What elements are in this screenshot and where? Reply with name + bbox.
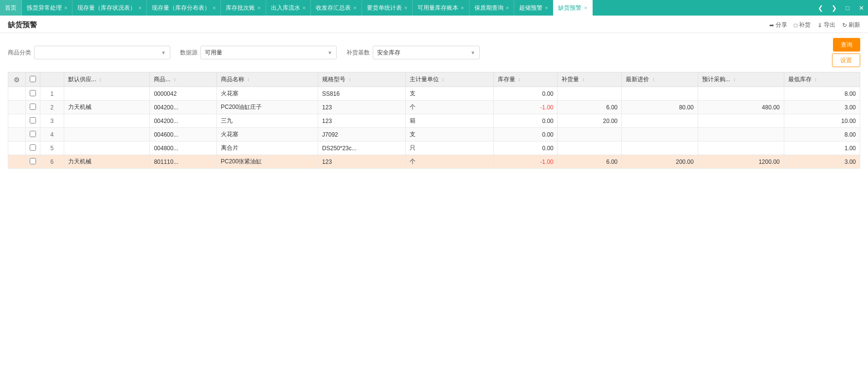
- col-latest-price-sort-icon: ↕: [652, 77, 655, 82]
- tab-inout[interactable]: 出入库流水 ×: [266, 0, 311, 16]
- tab-close-order-stats[interactable]: ×: [404, 5, 407, 11]
- row-replenish: 20.00: [558, 114, 622, 128]
- tab-summary[interactable]: 收发存汇总表 ×: [311, 0, 362, 16]
- export-action[interactable]: ⇓ 导出: [817, 21, 835, 29]
- tab-close-inventory-dist[interactable]: ×: [213, 5, 216, 11]
- select-all-checkbox[interactable]: [30, 76, 36, 82]
- tab-close-all-btn[interactable]: ✕: [854, 0, 868, 16]
- refresh-icon: ↻: [842, 22, 847, 29]
- row-est-purchase: [698, 141, 784, 155]
- col-rownum: [40, 72, 64, 87]
- row-supplier: [64, 87, 150, 101]
- row-goods-name: PC200油缸庄子: [217, 101, 318, 114]
- row-checkbox[interactable]: [30, 104, 36, 110]
- row-supplier: 力天机械: [64, 155, 150, 169]
- header-actions: ➦ 分享 □ 补货 ⇓ 导出 ↻ 刷新: [769, 21, 860, 29]
- tab-inventory-dist[interactable]: 现存量（库存分布表） ×: [147, 0, 221, 16]
- col-unit: 主计量单位 ↕: [405, 72, 493, 87]
- row-checkbox-cell: [26, 128, 40, 141]
- row-unit: 个: [405, 155, 493, 169]
- datasource-select[interactable]: 可用量 ▼: [200, 46, 337, 59]
- row-stock: -1.00: [493, 101, 558, 114]
- tab-close-overstock[interactable]: ×: [545, 5, 548, 11]
- row-checkbox-cell: [26, 114, 40, 128]
- tab-close-summary[interactable]: ×: [353, 5, 356, 11]
- page-container: 缺货预警 ➦ 分享 □ 补货 ⇓ 导出 ↻ 刷新 商品分类: [0, 16, 868, 387]
- row-replenish: 6.00: [558, 155, 622, 169]
- settings-button[interactable]: 设置: [832, 53, 860, 67]
- row-num: 2: [40, 101, 64, 114]
- tab-picking[interactable]: 拣货异常处理 ×: [22, 0, 72, 16]
- table-body: 1 0000042 火花塞 SS816 支 0.00 8.00 2 力天机械 0…: [8, 87, 860, 169]
- row-unit: 支: [405, 87, 493, 101]
- row-checkbox[interactable]: [30, 117, 36, 123]
- tab-available[interactable]: 可用量库存账本 ×: [413, 0, 469, 16]
- row-latest-price: [622, 141, 698, 155]
- row-min-stock: 3.00: [784, 101, 860, 114]
- row-stock: -1.00: [493, 155, 558, 169]
- row-spec: SS816: [318, 87, 406, 101]
- row-min-stock: 8.00: [784, 128, 860, 141]
- row-goods-name: 三九: [217, 114, 318, 128]
- tab-close-available[interactable]: ×: [461, 5, 464, 11]
- replenish-action[interactable]: □ 补货: [794, 21, 811, 29]
- page-title: 缺货预警: [8, 20, 37, 30]
- table-row[interactable]: 1 0000042 火花塞 SS816 支 0.00 8.00: [8, 87, 860, 101]
- table-row[interactable]: 5 004800... 离合片 DS250*23c... 只 0.00 1.00: [8, 141, 860, 155]
- tab-close-inventory-status[interactable]: ×: [138, 5, 141, 11]
- tab-close-batch[interactable]: ×: [257, 5, 260, 11]
- row-checkbox[interactable]: [30, 158, 36, 164]
- table-row[interactable]: 4 004600... 火花塞 J7092 支 0.00 8.00: [8, 128, 860, 141]
- col-stock-label: 库存量: [498, 76, 515, 83]
- tab-home[interactable]: 首页: [0, 0, 22, 16]
- tab-expiry[interactable]: 保质期查询 ×: [470, 0, 514, 16]
- row-checkbox-cell: [26, 101, 40, 114]
- tab-inventory-status[interactable]: 现存量（库存状况表） ×: [72, 0, 146, 16]
- col-est-purchase-sort-icon: ↕: [733, 77, 736, 82]
- tab-batch[interactable]: 库存批次账 ×: [221, 0, 266, 16]
- table-settings-icon[interactable]: ⚙: [14, 76, 20, 84]
- base-value: 安全库存: [377, 49, 400, 57]
- share-action[interactable]: ➦ 分享: [769, 21, 787, 29]
- tab-close-inout[interactable]: ×: [303, 5, 306, 11]
- table-row[interactable]: 3 004200... 三九 123 箱 0.00 20.00 10.00: [8, 114, 860, 128]
- tab-order-stats[interactable]: 要货单统计表 ×: [362, 0, 413, 16]
- col-supplier-sort-icon: ↕: [99, 77, 102, 82]
- col-stock-sort-icon: ↕: [518, 77, 521, 82]
- tab-restore-btn[interactable]: □: [841, 0, 854, 16]
- tab-close-shortage[interactable]: ×: [584, 5, 587, 11]
- replenish-icon: □: [794, 22, 797, 29]
- row-est-purchase: [698, 128, 784, 141]
- filter-buttons: 查询 设置: [832, 38, 860, 67]
- row-checkbox[interactable]: [30, 144, 36, 151]
- row-latest-price: 200.00: [622, 155, 698, 169]
- tab-prev-btn[interactable]: ❮: [814, 0, 827, 16]
- row-checkbox[interactable]: [30, 90, 36, 96]
- tab-shortage[interactable]: 缺货预警 ×: [553, 0, 592, 16]
- row-unit: 箱: [405, 114, 493, 128]
- col-latest-price-label: 最新进价: [626, 76, 649, 83]
- row-goods-code: 004800...: [150, 141, 217, 155]
- tab-close-expiry[interactable]: ×: [506, 5, 509, 11]
- refresh-action[interactable]: ↻ 刷新: [842, 21, 860, 29]
- row-unit: 支: [405, 128, 493, 141]
- row-num: 3: [40, 114, 64, 128]
- category-select[interactable]: ▼: [34, 46, 170, 59]
- query-button[interactable]: 查询: [833, 38, 860, 52]
- table-header-row: ⚙ 默认供应... ↕ 商品... ↕ 商品名称: [8, 72, 860, 87]
- row-supplier: [64, 114, 150, 128]
- row-min-stock: 3.00: [784, 155, 860, 169]
- row-replenish: [558, 128, 622, 141]
- base-select[interactable]: 安全库存 ▼: [373, 46, 480, 59]
- row-min-stock: 1.00: [784, 141, 860, 155]
- shortage-table: ⚙ 默认供应... ↕ 商品... ↕ 商品名称: [8, 72, 860, 169]
- table-row[interactable]: 2 力天机械 004200... PC200油缸庄子 123 个 -1.00 6…: [8, 101, 860, 114]
- tab-overstock[interactable]: 超储预警 ×: [514, 0, 553, 16]
- table-row[interactable]: 6 力天机械 801110... PC200张紧油缸 123 个 -1.00 6…: [8, 155, 860, 169]
- tab-close-picking[interactable]: ×: [64, 5, 67, 11]
- row-checkbox[interactable]: [30, 131, 36, 137]
- tab-next-btn[interactable]: ❯: [827, 0, 841, 16]
- row-stock: 0.00: [493, 128, 558, 141]
- row-spec: 123: [318, 101, 406, 114]
- row-stock: 0.00: [493, 87, 558, 101]
